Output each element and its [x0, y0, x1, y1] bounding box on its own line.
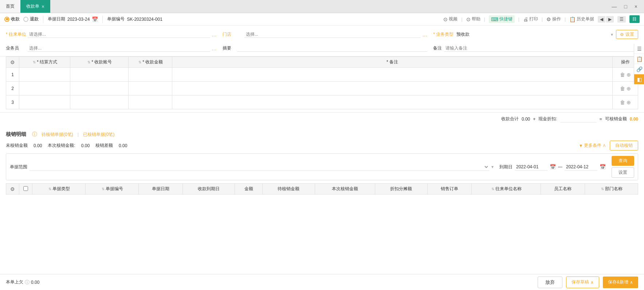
shortcut-btn[interactable]: ⌨ 快捷键: [489, 15, 515, 23]
store-input[interactable]: [244, 31, 421, 38]
store-more-icon[interactable]: …: [422, 32, 427, 38]
bottom-col-number: ⇅ 单据编号: [85, 184, 138, 195]
video-icon: ⊙: [443, 16, 448, 22]
filter-range-select[interactable]: [30, 163, 489, 171]
row-remark-3[interactable]: [172, 95, 613, 109]
done-tab[interactable]: 已核销单据(0笔): [83, 132, 115, 138]
pending-tab[interactable]: 待核销单据(0笔): [42, 132, 73, 138]
row-remark-2[interactable]: [172, 82, 613, 95]
employee-input[interactable]: [28, 45, 210, 52]
abandon-btn[interactable]: 放弃: [538, 277, 562, 288]
delete-btn-1[interactable]: 🗑: [620, 72, 625, 78]
help-btn[interactable]: ⊙ 帮助: [466, 16, 480, 22]
date-to-calendar-icon[interactable]: 📅: [600, 164, 606, 170]
more-conditions-btn[interactable]: ▼ 更多条件 ∧: [579, 142, 606, 149]
unverified-label: 未核销金额: [6, 142, 28, 149]
tab-bar: 首页 收款单 × — □ ×: [0, 0, 644, 13]
draft-btn[interactable]: 保存草稿 ∧: [566, 277, 599, 288]
copy-btn-1[interactable]: ⊕: [627, 72, 631, 78]
radio-refund[interactable]: 退款: [23, 16, 39, 22]
side-icon-2[interactable]: 📋: [634, 54, 644, 64]
save-btn[interactable]: 保存&新增 ∧: [603, 277, 638, 288]
side-icon-3[interactable]: 🔗: [634, 64, 644, 74]
tab-active[interactable]: 收款单 ×: [20, 0, 50, 13]
sort-icon-number: ⇅: [102, 187, 105, 191]
delete-btn-2[interactable]: 🗑: [620, 86, 625, 91]
history-icon: 📋: [569, 16, 576, 22]
veri-info-icon[interactable]: ⓘ: [32, 131, 37, 138]
bottom-col-employee: 员工名称: [541, 184, 585, 195]
win-maximize-btn[interactable]: □: [622, 3, 629, 10]
row-account-2[interactable]: [70, 82, 129, 95]
delete-btn-3[interactable]: 🗑: [620, 99, 625, 105]
win-close-btn[interactable]: ×: [632, 3, 640, 10]
tab-home-label: 首页: [6, 3, 15, 9]
side-icon-4-active[interactable]: ◧: [634, 74, 644, 85]
filter-setting-btn[interactable]: 设置: [612, 167, 634, 178]
row-amount-2[interactable]: [129, 82, 172, 95]
bottom-col-gear: ⚙: [6, 184, 19, 195]
action-btns-1: 🗑 ⊕: [615, 72, 636, 78]
tab-home[interactable]: 首页: [0, 0, 20, 13]
col-counterpart-label: 往来单位名称: [495, 186, 522, 191]
bottom-gear-icon[interactable]: ⚙: [10, 186, 15, 192]
counterpart-more-icon[interactable]: …: [212, 32, 217, 38]
row-payment-1[interactable]: [19, 68, 70, 82]
this-order-info-icon[interactable]: ⓘ: [25, 279, 30, 286]
remark-input[interactable]: [444, 45, 638, 52]
toolbar-separator2: [102, 16, 103, 23]
print-label: 打印: [529, 16, 538, 22]
row-actions-3: 🗑 ⊕: [613, 95, 638, 109]
row-payment-2[interactable]: [19, 82, 70, 95]
row-account-3[interactable]: [70, 95, 129, 109]
veri-stats: 未核销金额 0.00 本次核销金额: 0.00 核销差额 0.00 ▼ 更多条件…: [6, 141, 638, 150]
date-from-input[interactable]: [515, 164, 547, 171]
operation-btn[interactable]: ⚙ 操作: [546, 16, 561, 22]
discount-label: 现金折扣:: [538, 116, 557, 122]
auto-verify-btn[interactable]: 自动核销: [610, 141, 638, 150]
arrow-left-btn[interactable]: ◀: [598, 16, 605, 23]
date-from-calendar-icon[interactable]: 📅: [550, 164, 556, 170]
tab-separator: |: [78, 132, 79, 137]
col-payment-header: ⇅ * 结算方式: [19, 57, 70, 68]
side-icon-1[interactable]: ☰: [634, 44, 644, 54]
video-btn[interactable]: ⊙ 视频: [443, 16, 458, 22]
bottom-col-counterpart: ⇅ 往来单位名称: [471, 184, 541, 195]
setting-button[interactable]: ⚙ 设置: [616, 30, 638, 39]
list-view-btn[interactable]: ☰: [617, 16, 626, 23]
select-all-checkbox[interactable]: [23, 186, 28, 191]
row-amount-3[interactable]: [129, 95, 172, 109]
row-amount-1[interactable]: [129, 68, 172, 82]
form-view-btn[interactable]: 目: [629, 15, 640, 23]
tab-close-icon[interactable]: ×: [42, 4, 44, 9]
range-chevron-icon[interactable]: ▾: [491, 164, 494, 169]
copy-btn-3[interactable]: ⊕: [627, 99, 631, 105]
history-btn[interactable]: 📋 历史单据: [569, 16, 594, 22]
row-account-1[interactable]: [70, 68, 129, 82]
print-btn[interactable]: 🖨 打印: [523, 16, 538, 22]
remark-row: 备注: [427, 43, 638, 53]
employee-more-icon[interactable]: …: [212, 46, 217, 51]
more-conditions-label: 更多条件 ∧: [584, 142, 606, 149]
date-to-input[interactable]: [565, 164, 597, 171]
biztype-row: * 业务类型 预收款 ▾ ⚙ 设置: [427, 28, 638, 40]
radio-income[interactable]: 收款: [4, 16, 20, 22]
calendar-icon[interactable]: 📅: [92, 16, 98, 22]
counterpart-input[interactable]: [28, 31, 210, 38]
biztype-chevron-icon[interactable]: ▾: [611, 32, 613, 37]
summary-row: 摘要: [217, 43, 428, 53]
col-number-label: 单据编号: [106, 186, 123, 191]
copy-btn-2[interactable]: ⊕: [627, 86, 631, 91]
discount-input[interactable]: [560, 115, 597, 122]
row-remark-1[interactable]: [172, 68, 613, 82]
available-value: 0.00: [630, 117, 638, 122]
history-label: 历史单据: [577, 16, 594, 22]
query-btn[interactable]: 查询: [612, 156, 634, 166]
row-payment-3[interactable]: [19, 95, 70, 109]
summary-input[interactable]: [237, 45, 428, 52]
diff-value: 0.00: [119, 143, 127, 148]
table-gear-icon[interactable]: ⚙: [10, 59, 15, 65]
this-order-label: 本单上欠: [6, 279, 23, 285]
win-minimize-btn[interactable]: —: [609, 3, 619, 10]
arrow-right-btn[interactable]: ▶: [606, 16, 614, 23]
